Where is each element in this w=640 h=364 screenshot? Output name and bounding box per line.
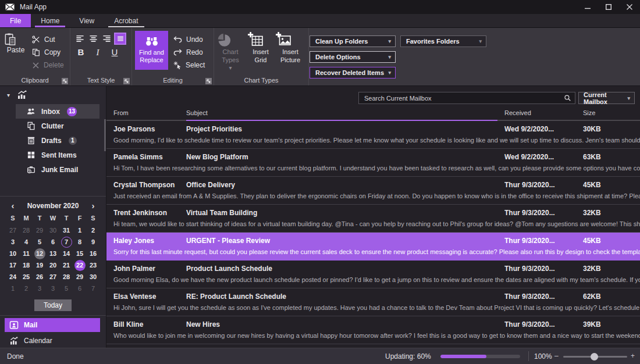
search-icon[interactable] [564,94,571,102]
calendar-day[interactable]: 24 [6,271,20,283]
chart-shortcut-icon[interactable] [17,90,27,99]
calendar-day[interactable]: 9 [87,236,100,248]
sidebar-scrollbar[interactable] [104,119,106,151]
sidebar-item-drafts[interactable]: Drafts1 [16,133,99,148]
calendar-day[interactable]: 11 [20,248,33,259]
calendar-day[interactable]: 28 [20,224,33,236]
copy-button[interactable]: Copy [32,48,61,56]
calendar-day[interactable]: 16 [87,248,100,259]
nav-item-mail[interactable]: Mail [5,318,100,332]
calendar-day[interactable]: 8 [73,236,87,248]
editing-dialog-launcher-icon[interactable] [205,78,212,84]
paste-button[interactable]: Paste [3,33,28,54]
align-left-icon[interactable] [75,34,85,44]
calendar-day[interactable]: 2 [20,283,33,294]
delete-options-dropdown[interactable]: Delete Options▾ [310,51,396,63]
close-button[interactable] [619,0,640,14]
calendar-day[interactable]: 3 [47,283,60,294]
favorites-folders-dropdown[interactable]: Favorites Folders▾ [400,35,486,47]
calendar-day[interactable]: 5 [60,283,73,294]
column-subject[interactable]: Subject [186,109,504,120]
mail-list-row[interactable]: Trent JenkinsonVirtual Team BuildingThur… [106,205,640,233]
calendar-day[interactable]: 6 [73,283,87,294]
insert-picture-button[interactable]: Insert Picture [276,32,305,64]
calendar-day[interactable]: 17 [6,259,20,271]
maximize-button[interactable] [598,0,619,14]
zoom-slider[interactable] [563,356,627,358]
column-from[interactable]: From [113,109,186,120]
mail-list-row[interactable]: Pamela SimmsNew Blog PlatformWed 9/2/202… [106,149,640,177]
calendar-day[interactable]: 22 [73,259,87,271]
text-style-dialog-launcher-icon[interactable] [123,78,130,84]
calendar-day[interactable]: 27 [6,224,20,236]
calendar-day[interactable]: 19 [33,259,47,271]
tab-acrobat[interactable]: Acrobat [104,14,148,27]
calendar-day[interactable]: 1 [73,224,87,236]
chart-types-button[interactable]: Chart Types ▾ [216,33,244,71]
calendar-day[interactable]: 14 [60,248,73,259]
mail-list-row[interactable]: Joe ParsonsProject PrioritiesWed 9/2/202… [106,121,640,149]
mail-list-row[interactable]: Crystal ThompsonOffice DeliveryThur 9/3/… [106,177,640,205]
calendar-next-icon[interactable]: › [90,201,97,210]
calendar-prev-icon[interactable]: ‹ [9,201,16,210]
calendar-day[interactable]: 6 [47,236,60,248]
calendar-day[interactable]: 15 [73,248,87,259]
shading-icon[interactable] [115,34,125,44]
clean-up-folders-dropdown[interactable]: Clean Up Folders▾ [310,35,396,47]
calendar-day[interactable]: 27 [47,271,60,283]
tab-home[interactable]: Home [31,14,69,27]
mail-list-row[interactable]: Haley JonesURGENT - Please ReviewThur 9/… [106,233,640,260]
minimize-button[interactable] [577,0,598,14]
align-center-icon[interactable] [88,34,98,44]
calendar-day[interactable]: 2 [87,224,100,236]
calendar-day[interactable]: 20 [47,259,60,271]
search-input[interactable] [358,92,575,104]
recover-deleted-items-dropdown[interactable]: Recover Deleted Items▾ [310,67,396,78]
sidebar-item-junk-email[interactable]: Junk Email [16,162,99,177]
select-button[interactable]: Select [173,61,205,69]
column-received[interactable]: Received [504,109,583,120]
align-right-icon[interactable] [102,34,112,44]
italic-button[interactable]: I [93,48,102,58]
calendar-day[interactable]: 30 [87,271,100,283]
zoom-out-minus-icon[interactable]: – [554,352,559,360]
calendar-day[interactable]: 31 [60,224,73,236]
search-scope-dropdown[interactable]: Current Mailbox▾ [578,92,635,104]
underline-button[interactable]: U [110,47,119,57]
sidebar-item-sent-items[interactable]: Sent Items [16,148,99,162]
calendar-day[interactable]: 12 [33,248,47,259]
delete-button[interactable]: Delete [32,61,64,69]
cut-button[interactable]: Cut [32,35,55,44]
tab-file[interactable]: File [0,14,31,27]
find-and-replace-button[interactable]: Find and Replace [135,31,168,70]
clipboard-dialog-launcher-icon[interactable] [62,78,68,84]
calendar-day[interactable]: 29 [33,224,47,236]
redo-button[interactable]: Redo [173,48,203,56]
calendar-day[interactable]: 18 [20,259,33,271]
nav-item-calendar[interactable]: Calendar [5,334,100,348]
calendar-day[interactable]: 13 [47,248,60,259]
collapse-caret-icon[interactable]: ▾ [7,92,10,98]
column-size[interactable]: Size [583,109,634,120]
sidebar-item-inbox[interactable]: Inbox13 [16,104,99,119]
calendar-day[interactable]: 1 [6,283,20,294]
today-button[interactable]: Today [34,299,72,311]
mail-list-row[interactable]: Bill KlineNew HiresThur 9/3/2020...39KBW… [106,316,640,344]
calendar-day[interactable]: 3 [33,283,47,294]
tab-view[interactable]: View [69,14,104,27]
calendar-day[interactable]: 26 [33,271,47,283]
insert-grid-button[interactable]: Insert Grid [248,32,273,64]
calendar-day[interactable]: 28 [60,271,73,283]
calendar-day[interactable]: 5 [33,236,47,248]
calendar-day[interactable]: 30 [47,224,60,236]
undo-button[interactable]: Undo [173,35,203,44]
calendar-day[interactable]: 25 [20,271,33,283]
calendar-day[interactable]: 21 [60,259,73,271]
bold-button[interactable]: B [76,47,86,57]
mail-list-row[interactable]: Elsa VenteseRE: Product Launch ScheduleT… [106,288,640,316]
calendar-day[interactable]: 7 [87,283,100,294]
calendar-day[interactable]: 4 [20,236,33,248]
calendar-day[interactable]: 3 [6,236,20,248]
zoom-in-plus-icon[interactable]: + [631,352,635,360]
zoom-slider-thumb[interactable] [591,353,598,361]
